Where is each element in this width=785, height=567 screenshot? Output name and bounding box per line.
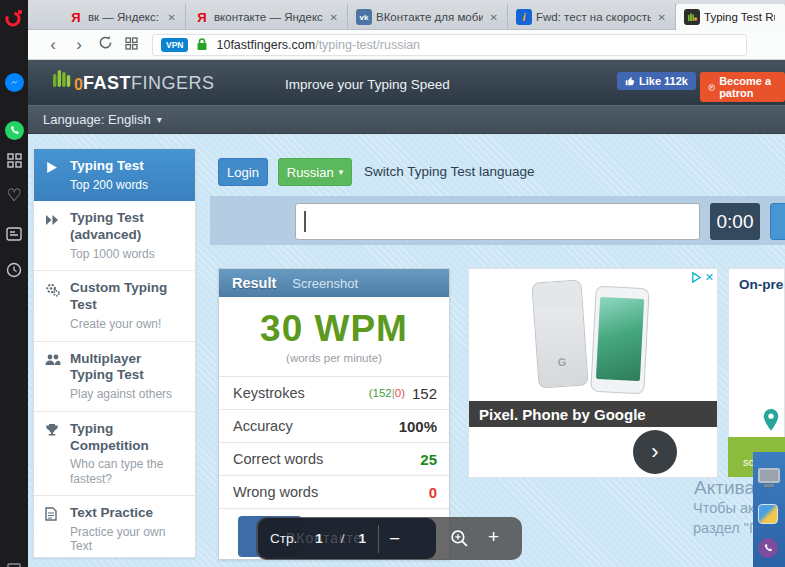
wpm-caption: (words per minute) [219,352,449,364]
typing-input[interactable] [295,203,700,240]
tab-title: Typing Test Russian [704,11,775,23]
messenger-icon[interactable] [0,70,28,94]
vk-favicon: vk [356,9,372,25]
tab-vk-mobile[interactable]: vk ВКонтакте для мобильны ✕ [348,4,508,30]
address-bar: ‹ › VPN 10fastfingers.com/typing-test/ru… [28,30,785,60]
language-bar[interactable]: Language: English ▾ [28,105,785,134]
accuracy-value: 100% [399,418,437,435]
menu-subtitle: Practice your own Text [70,525,185,554]
pdf-page-controls: ВКонтакте Стр. 1 / 1 − [258,518,436,559]
rail-bottom-icon[interactable] [0,556,28,567]
switch-language-hint: Switch Typing Test language [364,164,535,179]
tab-title: ВКонтакте для мобильны [376,11,483,23]
sidebar-item-typing-test-advanced[interactable]: Typing Test (advanced) Top 1000 words [34,201,195,271]
sidebar-item-text-practice[interactable]: Text Practice Practice your own Text [34,496,195,558]
tab-close-icon[interactable]: ✕ [327,10,341,25]
history-clock-icon[interactable] [0,258,28,282]
correct-words-value: 25 [420,451,437,468]
tab-close-icon[interactable]: ✕ [487,10,501,25]
mail-favicon: i [516,9,532,25]
hand-10-icon [50,68,74,94]
tenfastfingers-favicon [684,9,700,25]
tab-title: вконтакте — Яндекс: наш [214,11,323,23]
url-path: /typing-test/russian [315,38,420,52]
app-shortcut-icon[interactable] [758,504,780,526]
sidebar-item-competition[interactable]: Typing Competition Who can type the fast… [34,412,195,497]
zoom-in-button[interactable]: + [488,526,499,548]
speed-dial-grid-icon[interactable] [118,35,144,55]
accuracy-label: Accuracy [233,418,392,434]
screenshot-tab[interactable]: Screenshot [292,276,358,291]
result-tab[interactable]: Result [232,275,276,291]
pixel-ad-card[interactable]: ✕ G Pixel. Phone by Google Das Beste von… [468,268,718,478]
bookmarks-heart-icon[interactable]: ♡ [0,183,28,207]
menu-subtitle: Top 200 words [70,178,185,192]
gears-icon [45,282,61,298]
site-tagline: Improve your Typing Speed [285,77,450,92]
menu-title: Typing Competition [70,421,185,455]
logo-fingers: FINGERS [131,73,215,94]
viber-icon[interactable] [758,538,780,560]
side-ad-title: On-pre [729,269,784,292]
accuracy-row: Accuracy 100% [219,410,449,443]
tab-typing-test-active[interactable]: Typing Test Russian [676,4,785,30]
thumb-up-icon [625,76,635,86]
ad-close-icon[interactable]: ✕ [705,271,714,284]
menu-title: Typing Test (advanced) [70,210,185,244]
patreon-icon: P [708,82,715,93]
side-ad-card[interactable]: On-pre [728,268,785,440]
opera-sidebar: ♡ [0,0,28,567]
yandex-favicon: Я [68,9,84,25]
document-icon [45,507,61,523]
result-panel-header: Result Screenshot [219,269,449,297]
pixel-phone-back-image: G [531,279,588,388]
pixel-ad-headline: Pixel. Phone by Google [469,401,717,427]
language-label: Language: English [43,112,151,127]
caret-down-icon: ▾ [339,167,344,177]
screen: ♡ Я вк — Яндекс: нашёлся 31 ✕ Я вконтакт… [0,0,785,567]
wrong-words-row: Wrong words 0 [219,476,449,509]
monitor-icon[interactable] [758,468,780,490]
tab-close-icon[interactable]: ✕ [655,10,669,25]
login-button[interactable]: Login [218,158,268,186]
adchoices-icon[interactable] [691,272,702,283]
tab-bar: Я вк — Яндекс: нашёлся 31 ✕ Я вконтакте … [28,0,785,30]
logo-zero: 0 [74,76,83,94]
text-caret [304,211,306,232]
wpm-value: 30 WPM [219,308,449,350]
news-icon[interactable] [0,222,28,246]
wrong-words-label: Wrong words [233,484,422,500]
opera-menu-icon[interactable] [0,6,28,30]
language-dropdown-button[interactable]: Russian ▾ [278,158,352,186]
adchoices-controls[interactable]: ✕ [691,271,714,284]
zoom-out-button[interactable]: − [389,528,400,550]
zoom-lens-icon[interactable] [450,529,469,548]
facebook-like-button[interactable]: Like 112k [617,72,696,90]
keystrokes-wrong: 0) [395,387,405,399]
tab-mail-fwd[interactable]: i Fwd: тест на скорость пе ✕ [508,4,676,30]
wpm-block: 30 WPM (words per minute) [219,297,449,377]
vpn-badge[interactable]: VPN [161,38,188,52]
ad-next-button[interactable]: › [633,430,677,474]
correct-words-label: Correct words [233,451,413,467]
sidebar-item-custom-typing-test[interactable]: Custom Typing Test Create your own! [34,271,195,341]
sidebar-item-typing-test[interactable]: Typing Test Top 200 words [34,149,195,201]
fast-forward-icon [45,212,61,228]
whatsapp-icon[interactable] [0,118,28,142]
tab-yandex-vk[interactable]: Я вк — Яндекс: нашёлся 31 ✕ [60,4,186,30]
ghost-vk-watermark: ВКонтакте [286,530,362,546]
chevron-down-icon: ▾ [157,114,162,125]
forward-icon[interactable]: › [66,35,92,55]
url-field[interactable]: VPN 10fastfingers.com/typing-test/russia… [152,34,747,56]
site-logo[interactable]: 0FASTFINGERS [50,68,214,94]
speed-dial-icon[interactable] [0,148,28,172]
toolbar-divider [378,525,379,553]
restart-test-button[interactable] [770,203,785,240]
tab-close-icon[interactable]: ✕ [165,10,179,25]
reload-icon[interactable] [92,35,118,55]
tab-yandex-vkontakte[interactable]: Я вконтакте — Яндекс: наш ✕ [186,4,348,30]
sidebar-item-multiplayer[interactable]: Multiplayer Typing Test Play against oth… [34,342,195,412]
back-icon[interactable]: ‹ [40,35,66,55]
keystrokes-row: Keystrokes (152 | 0) 152 [219,377,449,410]
become-patron-button[interactable]: P Become a patron [700,72,785,102]
